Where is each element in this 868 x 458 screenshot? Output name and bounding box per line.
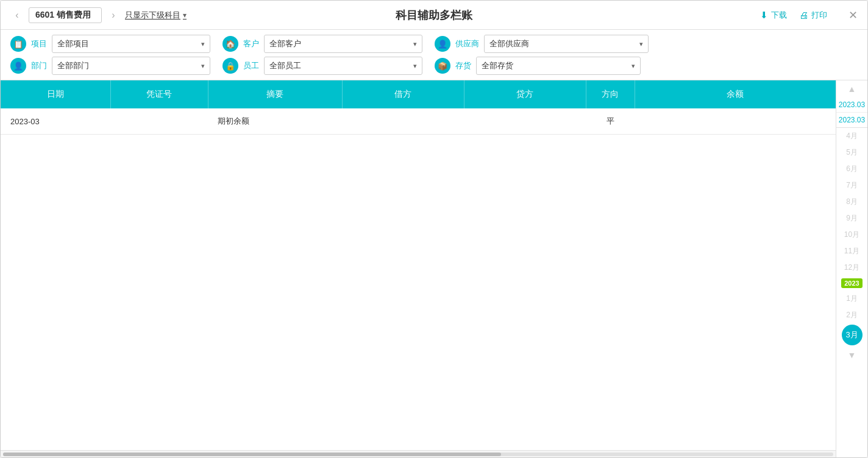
dept-select[interactable]: 全部部门 ▾ bbox=[52, 57, 210, 75]
month-5[interactable]: 5月 bbox=[836, 144, 867, 161]
inventory-select[interactable]: 全部存货 ▾ bbox=[476, 57, 641, 75]
col-voucher: 凭证号 bbox=[110, 80, 208, 108]
supplier-label: 供应商 bbox=[455, 38, 479, 49]
close-button[interactable]: ✕ bbox=[844, 7, 861, 24]
month-10[interactable]: 10月 bbox=[836, 227, 867, 243]
download-button[interactable]: ⬇ 下载 bbox=[760, 10, 787, 21]
table-header-row: 日期 凭证号 摘要 借方 贷方 方向 余额 bbox=[1, 80, 836, 108]
employee-value: 全部员工 bbox=[269, 60, 301, 71]
inventory-value: 全部存货 bbox=[482, 60, 513, 71]
main-content: 日期 凭证号 摘要 借方 贷方 方向 余额 2023-03 期初余额 bbox=[1, 80, 867, 457]
timeline: ▲ 2023.03 2023.03 4月 5月 6月 7月 8月 9月 10月 … bbox=[836, 80, 867, 457]
next-account-button[interactable]: › bbox=[107, 9, 120, 22]
employee-icon: 🔒 bbox=[222, 58, 238, 74]
table-row: 2023-03 期初余额 平 bbox=[1, 108, 836, 135]
filter-group-supplier: 👤 供应商 全部供应商 ▾ bbox=[435, 35, 649, 53]
dept-value: 全部部门 bbox=[57, 60, 89, 71]
cell-date: 2023-03 bbox=[1, 108, 110, 135]
filter-group-inventory: 📦 存货 全部存货 ▾ bbox=[435, 57, 641, 75]
cell-summary: 期初余额 bbox=[208, 108, 342, 135]
supplier-value: 全部供应商 bbox=[489, 38, 529, 49]
dept-icon: 👤 bbox=[10, 58, 26, 74]
filter-group-dept: 👤 部门 全部部门 ▾ bbox=[10, 57, 210, 75]
empty-area bbox=[1, 135, 836, 450]
col-date: 日期 bbox=[1, 80, 110, 108]
supplier-icon: 👤 bbox=[435, 36, 450, 52]
filter-link[interactable]: 只显示下级科目 ▾ bbox=[125, 10, 187, 21]
inventory-arrow-icon: ▾ bbox=[631, 62, 635, 70]
table-area: 日期 凭证号 摘要 借方 贷方 方向 余额 2023-03 期初余额 bbox=[1, 80, 836, 457]
month-4[interactable]: 4月 bbox=[836, 128, 867, 144]
title-bar-left: ‹ 6601 销售费用 › 只显示下级科目 ▾ bbox=[10, 7, 187, 23]
month-9[interactable]: 9月 bbox=[836, 210, 867, 227]
project-select[interactable]: 全部项目 ▾ bbox=[52, 35, 210, 53]
month-2[interactable]: 2月 bbox=[836, 307, 867, 323]
employee-select[interactable]: 全部员工 ▾ bbox=[264, 57, 422, 75]
employee-arrow-icon: ▾ bbox=[413, 62, 417, 70]
supplier-arrow-icon: ▾ bbox=[639, 40, 643, 48]
prev-account-button[interactable]: ‹ bbox=[10, 9, 24, 22]
print-icon: 🖨 bbox=[799, 10, 808, 20]
chevron-down-icon: ▾ bbox=[183, 11, 187, 19]
download-label: 下载 bbox=[771, 10, 787, 21]
print-label: 打印 bbox=[811, 10, 827, 21]
month-6[interactable]: 6月 bbox=[836, 161, 867, 177]
month-8[interactable]: 8月 bbox=[836, 194, 867, 210]
top-periods: 2023.03 2023.03 bbox=[836, 97, 867, 128]
filter-group-project: 📋 项目 全部项目 ▾ bbox=[10, 35, 210, 53]
period-row-2[interactable]: 2023.03 bbox=[836, 113, 867, 127]
period-2-label: 2023.03 bbox=[839, 116, 865, 124]
title-bar-right: ⬇ 下载 🖨 打印 bbox=[760, 10, 858, 21]
filter-group-employee: 🔒 员工 全部员工 ▾ bbox=[222, 57, 422, 75]
filter-row-2: 👤 部门 全部部门 ▾ 🔒 员工 全部员工 ▾ 📦 存货 bbox=[10, 57, 858, 75]
customer-select[interactable]: 全部客户 ▾ bbox=[264, 35, 422, 53]
main-window: ✕ ‹ 6601 销售费用 › 只显示下级科目 ▾ 科目辅助多栏账 ⬇ 下载 🖨… bbox=[0, 0, 868, 458]
customer-value: 全部客户 bbox=[269, 38, 301, 49]
horizontal-scrollbar[interactable] bbox=[1, 450, 836, 457]
col-balance: 余额 bbox=[635, 80, 836, 108]
project-icon: 📋 bbox=[10, 36, 26, 52]
filter-row-1: 📋 项目 全部项目 ▾ 🏠 客户 全部客户 ▾ 👤 供应商 bbox=[10, 35, 858, 53]
filter-bar: 📋 项目 全部项目 ▾ 🏠 客户 全部客户 ▾ 👤 供应商 bbox=[1, 30, 867, 80]
period-row-1[interactable]: 2023.03 bbox=[836, 97, 867, 113]
print-button[interactable]: 🖨 打印 bbox=[799, 10, 827, 21]
timeline-up-button[interactable]: ▲ bbox=[836, 80, 867, 97]
month-12[interactable]: 12月 bbox=[836, 259, 867, 276]
inventory-icon: 📦 bbox=[435, 58, 450, 74]
year-badge: 2023 bbox=[841, 278, 862, 288]
col-direction: 方向 bbox=[586, 80, 635, 108]
title-bar: ‹ 6601 销售费用 › 只显示下级科目 ▾ 科目辅助多栏账 ⬇ 下载 🖨 打… bbox=[1, 1, 867, 30]
month-3[interactable]: 3月 bbox=[842, 325, 863, 345]
download-icon: ⬇ bbox=[760, 10, 768, 21]
period-1-label: 2023.03 bbox=[839, 100, 865, 109]
month-11[interactable]: 11月 bbox=[836, 243, 867, 259]
supplier-select[interactable]: 全部供应商 ▾ bbox=[484, 35, 649, 53]
customer-arrow-icon: ▾ bbox=[413, 40, 417, 48]
timeline-down-button[interactable]: ▼ bbox=[836, 347, 867, 364]
account-code: 6601 销售费用 bbox=[29, 7, 102, 23]
inventory-label: 存货 bbox=[455, 60, 471, 71]
filter-group-customer: 🏠 客户 全部客户 ▾ bbox=[222, 35, 422, 53]
customer-label: 客户 bbox=[243, 38, 259, 49]
scrollbar-thumb[interactable] bbox=[3, 453, 501, 456]
cell-direction: 平 bbox=[586, 108, 635, 135]
scrollbar-track[interactable] bbox=[3, 453, 833, 456]
cell-credit bbox=[464, 108, 586, 135]
month-7[interactable]: 7月 bbox=[836, 177, 867, 194]
dept-label: 部门 bbox=[31, 60, 47, 71]
dept-arrow-icon: ▾ bbox=[201, 62, 205, 70]
page-title: 科目辅助多栏账 bbox=[396, 8, 472, 23]
col-summary: 摘要 bbox=[208, 80, 342, 108]
data-table: 日期 凭证号 摘要 借方 贷方 方向 余额 2023-03 期初余额 bbox=[1, 80, 836, 135]
year-badge-row: 2023 bbox=[836, 276, 867, 291]
cell-balance bbox=[635, 108, 836, 135]
employee-label: 员工 bbox=[243, 60, 259, 71]
project-arrow-icon: ▾ bbox=[201, 40, 205, 48]
project-label: 项目 bbox=[31, 38, 47, 49]
month-1[interactable]: 1月 bbox=[836, 291, 867, 307]
col-credit: 贷方 bbox=[464, 80, 586, 108]
filter-link-label: 只显示下级科目 bbox=[125, 10, 180, 21]
timeline-months: 4月 5月 6月 7月 8月 9月 10月 11月 12月 2023 1月 2月… bbox=[836, 128, 867, 347]
customer-icon: 🏠 bbox=[222, 36, 238, 52]
cell-debit bbox=[342, 108, 464, 135]
